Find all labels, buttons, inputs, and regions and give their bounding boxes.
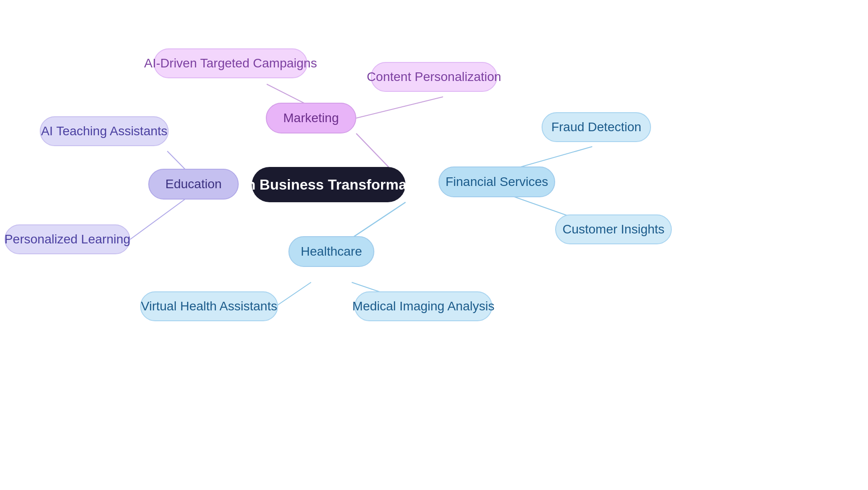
customer-insights-node[interactable]: Customer Insights bbox=[555, 214, 672, 244]
personalized-learning-node[interactable]: Personalized Learning bbox=[5, 224, 130, 254]
svg-line-7 bbox=[276, 282, 311, 306]
ai-teaching-label: AI Teaching Assistants bbox=[41, 124, 168, 138]
fraud-detection-node[interactable]: Fraud Detection bbox=[542, 112, 651, 142]
center-node: AI in Business Transformation bbox=[252, 167, 406, 202]
financial-label: Financial Services bbox=[445, 175, 548, 189]
medical-imaging-node[interactable]: Medical Imaging Analysis bbox=[354, 291, 492, 321]
ai-teaching-node[interactable]: AI Teaching Assistants bbox=[40, 116, 169, 146]
fraud-detection-label: Fraud Detection bbox=[551, 120, 641, 134]
virtual-health-node[interactable]: Virtual Health Assistants bbox=[140, 291, 278, 321]
ai-campaigns-node[interactable]: AI-Driven Targeted Campaigns bbox=[154, 48, 307, 78]
healthcare-label: Healthcare bbox=[301, 244, 362, 259]
virtual-health-label: Virtual Health Assistants bbox=[141, 299, 277, 314]
marketing-label: Marketing bbox=[283, 111, 339, 125]
personalized-learning-label: Personalized Learning bbox=[5, 232, 131, 247]
education-node[interactable]: Education bbox=[148, 169, 239, 200]
customer-insights-label: Customer Insights bbox=[562, 222, 665, 237]
ai-campaigns-label: AI-Driven Targeted Campaigns bbox=[144, 56, 317, 71]
financial-node[interactable]: Financial Services bbox=[439, 167, 555, 197]
medical-imaging-label: Medical Imaging Analysis bbox=[352, 299, 494, 314]
education-label: Education bbox=[165, 177, 222, 191]
marketing-node[interactable]: Marketing bbox=[266, 103, 356, 133]
healthcare-node[interactable]: Healthcare bbox=[288, 236, 374, 267]
center-label: AI in Business Transformation bbox=[224, 176, 433, 193]
content-personalization-label: Content Personalization bbox=[367, 70, 501, 84]
content-personalization-node[interactable]: Content Personalization bbox=[371, 62, 497, 92]
svg-line-2 bbox=[356, 97, 443, 118]
